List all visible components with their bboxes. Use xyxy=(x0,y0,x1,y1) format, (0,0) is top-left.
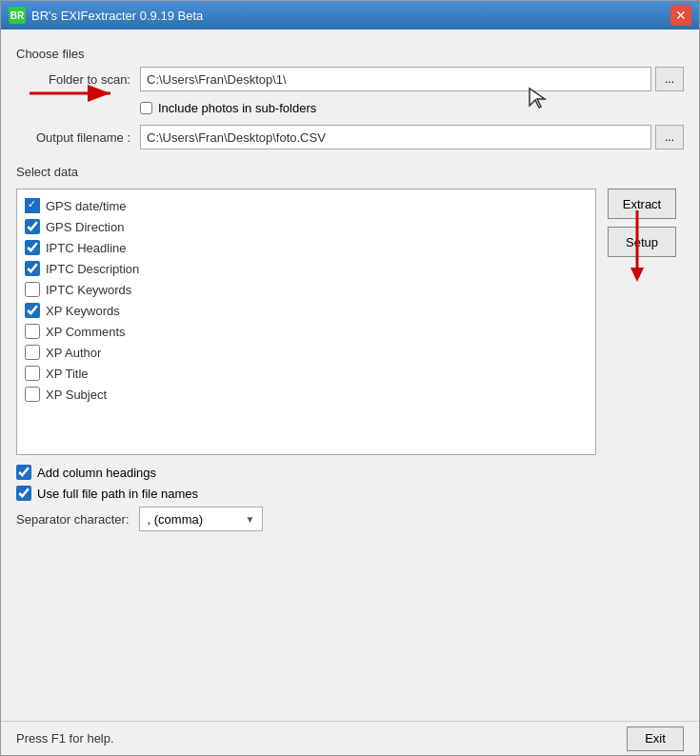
right-panel: Extract Setup xyxy=(608,189,684,709)
subfolder-row: Include photos in sub-folders xyxy=(140,101,684,115)
add-headings-row: Add column headings xyxy=(16,465,596,480)
full-path-label: Use full file path in file names xyxy=(37,487,198,501)
iptc-keywords-label: IPTC Keywords xyxy=(46,283,131,297)
output-browse-button[interactable]: ... xyxy=(655,125,684,149)
full-path-checkbox[interactable] xyxy=(16,486,31,501)
full-path-row: Use full file path in file names xyxy=(16,486,596,501)
folder-label: Folder to scan: xyxy=(16,72,140,87)
iptc-headline-label: IPTC Headline xyxy=(46,241,127,255)
list-item[interactable]: IPTC Keywords xyxy=(23,279,590,300)
list-item[interactable]: IPTC Headline xyxy=(23,237,590,258)
iptc-description-checkbox[interactable] xyxy=(25,261,40,276)
gps-direction-checkbox[interactable] xyxy=(25,219,40,234)
gps-datetime-label: GPS date/time xyxy=(46,199,127,213)
statusbar: Press F1 for help. Exit xyxy=(1,721,699,755)
data-list-inner: GPS date/time GPS Direction IPTC Headlin… xyxy=(19,193,593,407)
list-item[interactable]: XP Subject xyxy=(23,384,590,405)
xp-title-checkbox[interactable] xyxy=(25,366,40,381)
separator-row: Separator character: , (comma) ; (semico… xyxy=(16,507,596,531)
folder-input[interactable] xyxy=(140,67,651,91)
iptc-headline-checkbox[interactable] xyxy=(25,240,40,255)
xp-title-label: XP Title xyxy=(46,367,89,381)
folder-browse-button[interactable]: ... xyxy=(655,67,684,91)
output-row: Output filename : ... xyxy=(16,125,684,149)
exit-button[interactable]: Exit xyxy=(627,726,684,751)
output-label: Output filename : xyxy=(16,130,140,145)
subfolder-label: Include photos in sub-folders xyxy=(158,101,316,115)
folder-row: Folder to scan: ... xyxy=(16,67,684,91)
bottom-options: Add column headings Use full file path i… xyxy=(16,465,596,531)
add-headings-label: Add column headings xyxy=(37,466,156,480)
gps-datetime-checkbox[interactable] xyxy=(25,198,40,213)
iptc-description-label: IPTC Description xyxy=(46,262,139,276)
list-item[interactable]: XP Author xyxy=(23,342,590,363)
iptc-keywords-checkbox[interactable] xyxy=(25,282,40,297)
main-content: Choose files Folder to scan: ... Include… xyxy=(1,30,699,721)
separator-label: Separator character: xyxy=(16,512,130,527)
app-icon: BR xyxy=(9,7,26,24)
list-item[interactable]: GPS Direction xyxy=(23,216,590,237)
xp-keywords-checkbox[interactable] xyxy=(25,303,40,318)
close-button[interactable]: ✕ xyxy=(670,5,691,26)
list-item[interactable]: IPTC Description xyxy=(23,258,590,279)
output-input[interactable] xyxy=(140,125,651,149)
separator-select[interactable]: , (comma) ; (semicolon) \t (tab) xyxy=(139,507,263,531)
list-item[interactable]: GPS date/time xyxy=(23,195,590,216)
xp-author-label: XP Author xyxy=(46,346,101,360)
list-item[interactable]: XP Title xyxy=(23,363,590,384)
window-title: BR's EXIFextracter 0.9.19 Beta xyxy=(31,9,670,23)
list-item[interactable]: XP Comments xyxy=(23,321,590,342)
xp-subject-checkbox[interactable] xyxy=(25,387,40,402)
choose-files-label: Choose files xyxy=(16,47,684,61)
main-area: GPS date/time GPS Direction IPTC Headlin… xyxy=(16,189,684,709)
xp-comments-checkbox[interactable] xyxy=(25,324,40,339)
gps-direction-label: GPS Direction xyxy=(46,220,124,234)
status-help-text: Press F1 for help. xyxy=(16,731,114,746)
left-panel: GPS date/time GPS Direction IPTC Headlin… xyxy=(16,189,596,709)
xp-subject-label: XP Subject xyxy=(46,388,107,402)
xp-author-checkbox[interactable] xyxy=(25,345,40,360)
select-data-label: Select data xyxy=(16,165,684,179)
xp-keywords-label: XP Keywords xyxy=(46,304,120,318)
list-item[interactable]: XP Keywords xyxy=(23,300,590,321)
titlebar: BR BR's EXIFextracter 0.9.19 Beta ✕ xyxy=(1,1,699,30)
xp-comments-label: XP Comments xyxy=(46,325,126,339)
separator-select-wrapper: , (comma) ; (semicolon) \t (tab) xyxy=(139,507,263,531)
data-list[interactable]: GPS date/time GPS Direction IPTC Headlin… xyxy=(16,189,596,455)
setup-button[interactable]: Setup xyxy=(608,227,676,257)
main-window: BR BR's EXIFextracter 0.9.19 Beta ✕ xyxy=(0,0,700,756)
add-headings-checkbox[interactable] xyxy=(16,465,31,480)
extract-button[interactable]: Extract xyxy=(608,189,676,219)
subfolder-checkbox[interactable] xyxy=(140,102,152,114)
